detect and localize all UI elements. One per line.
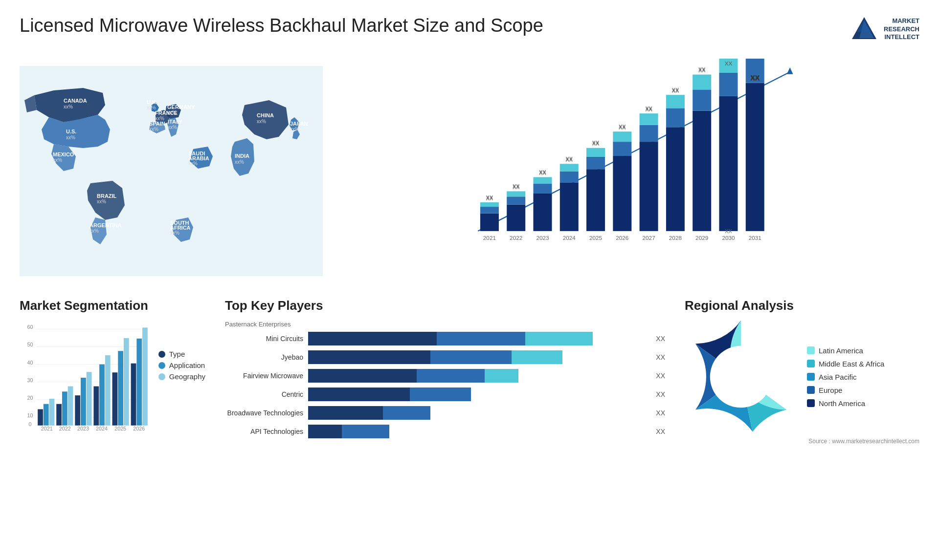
svg-text:0: 0 (29, 421, 32, 427)
regional-section: Regional Analysis (685, 298, 919, 445)
svg-text:JAPAN: JAPAN (290, 121, 308, 127)
legend-type: Type (158, 350, 205, 358)
svg-rect-129 (99, 365, 105, 426)
svg-rect-134 (131, 364, 136, 426)
svg-text:2031: 2031 (749, 235, 761, 241)
svg-rect-66 (666, 127, 685, 231)
player-name: API Technologies (225, 428, 303, 435)
svg-text:2026: 2026 (616, 235, 629, 241)
svg-text:50: 50 (27, 342, 33, 347)
page-title: Licensed Microwave Wireless Backhaul Mar… (20, 15, 543, 37)
svg-text:XX: XX (725, 228, 732, 234)
svg-text:XX: XX (566, 156, 573, 162)
svg-rect-130 (105, 355, 111, 426)
svg-text:XX: XX (619, 124, 626, 129)
svg-rect-52 (560, 164, 579, 171)
svg-text:U.K.: U.K. (147, 99, 157, 105)
svg-text:2022: 2022 (510, 235, 522, 241)
svg-rect-44 (507, 191, 525, 196)
svg-text:2021: 2021 (483, 235, 496, 241)
svg-rect-67 (666, 108, 685, 127)
svg-rect-47 (533, 184, 552, 194)
legend-application-dot (158, 362, 165, 369)
svg-rect-43 (507, 196, 525, 204)
svg-text:GERMANY: GERMANY (167, 104, 195, 110)
svg-rect-42 (507, 205, 525, 231)
svg-text:40: 40 (27, 360, 33, 366)
svg-text:xx%: xx% (64, 104, 73, 109)
legend-type-dot (158, 351, 165, 358)
svg-rect-59 (613, 142, 631, 156)
key-players-section: Top Key Players Pasternack Enterprises M… (215, 298, 675, 445)
svg-text:2025: 2025 (114, 426, 126, 431)
segmentation-title: Market Segmentation (20, 298, 205, 313)
color-middle-east-africa (807, 360, 815, 367)
svg-text:2029: 2029 (695, 235, 708, 241)
svg-text:XX: XX (539, 169, 546, 175)
svg-rect-48 (533, 177, 552, 184)
svg-rect-58 (613, 156, 631, 231)
svg-text:XX: XX (592, 140, 599, 146)
svg-rect-54 (586, 169, 605, 231)
svg-rect-62 (640, 142, 658, 231)
svg-rect-135 (136, 339, 142, 426)
svg-rect-38 (480, 214, 499, 231)
svg-text:XX: XX (698, 66, 705, 72)
legend-asia-pacific: Asia Pacific (807, 373, 884, 381)
svg-text:MEXICO: MEXICO (53, 151, 74, 157)
svg-text:2028: 2028 (669, 235, 682, 241)
svg-rect-74 (719, 96, 738, 231)
logo-icon (850, 15, 879, 44)
svg-text:U.S.: U.S. (66, 129, 76, 134)
svg-text:xx%: xx% (149, 127, 158, 132)
svg-rect-70 (693, 111, 711, 231)
svg-rect-51 (560, 172, 579, 183)
svg-text:2022: 2022 (59, 426, 71, 431)
svg-text:XX: XX (513, 183, 519, 189)
bar-chart-svg: XX XX XX XX XX (347, 59, 910, 244)
player-bar (308, 332, 647, 345)
page-header: Licensed Microwave Wireless Backhaul Mar… (20, 15, 919, 44)
legend-geography: Geography (158, 372, 205, 381)
bar-dark (308, 406, 383, 420)
svg-text:XX: XX (751, 74, 760, 81)
source-text: Source : www.marketresearchintellect.com (685, 438, 919, 445)
svg-rect-124 (68, 387, 73, 426)
player-value: XX (656, 372, 665, 380)
svg-text:xx%: xx% (167, 110, 177, 115)
pie-container: Latin America Middle East & Africa Asia … (685, 321, 919, 433)
svg-text:2027: 2027 (643, 235, 655, 241)
legend-application: Application (158, 361, 205, 369)
svg-rect-55 (586, 157, 605, 169)
svg-rect-132 (118, 351, 123, 425)
svg-text:xx%: xx% (66, 135, 75, 140)
svg-rect-63 (640, 125, 658, 142)
svg-text:XX: XX (645, 106, 652, 111)
svg-rect-64 (640, 113, 658, 125)
svg-text:xx%: xx% (188, 161, 198, 166)
svg-marker-37 (787, 67, 793, 74)
svg-rect-119 (38, 409, 43, 425)
svg-text:xx%: xx% (97, 199, 106, 204)
svg-rect-125 (75, 395, 80, 426)
svg-rect-128 (93, 387, 99, 426)
legend-middle-east-africa: Middle East & Africa (807, 360, 884, 368)
svg-text:xx%: xx% (290, 127, 299, 132)
bar-light (512, 350, 562, 364)
world-map-svg: CANADA xx% U.S. xx% MEXICO xx% BRAZIL xx… (20, 54, 323, 288)
svg-text:2030: 2030 (722, 235, 735, 241)
svg-rect-121 (49, 399, 55, 426)
svg-rect-133 (124, 338, 129, 426)
color-asia-pacific (807, 373, 815, 381)
bar-light (525, 332, 593, 345)
svg-text:30: 30 (27, 377, 33, 383)
player-value: XX (656, 335, 665, 343)
bar-mid (383, 406, 430, 420)
player-bar (308, 406, 647, 420)
svg-rect-78 (746, 83, 764, 231)
player-value: XX (656, 409, 665, 417)
svg-rect-120 (44, 404, 49, 426)
svg-text:XX: XX (725, 60, 733, 66)
legend-geography-dot (158, 373, 165, 380)
player-row: Fairview Microwave XX (225, 369, 665, 383)
